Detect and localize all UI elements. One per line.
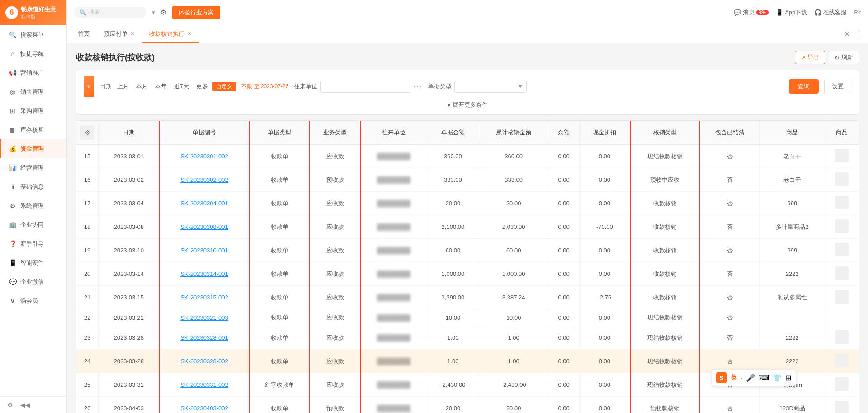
sidebar-item-label: 库存核算	[20, 126, 44, 134]
bill-no-link[interactable]: SK-20230321-003	[180, 314, 228, 321]
date-custom-button[interactable]: 自定义	[212, 82, 236, 91]
tab-prepay[interactable]: 预应付单 ✕	[97, 25, 142, 43]
td-partner: ████████	[360, 309, 427, 326]
td-balance: 0.00	[548, 262, 580, 286]
tab-expand-icon[interactable]: ⛶	[854, 30, 861, 38]
topbar-search[interactable]: 🔍 搜索...	[74, 7, 146, 18]
td-biz-type: 应收款	[310, 215, 361, 239]
td-biz-type: 应收款	[310, 326, 361, 350]
tab-home[interactable]: 首页	[71, 25, 97, 43]
tab-collection-exec[interactable]: 收款核销执行 ✕	[142, 25, 199, 43]
td-date: 2023-03-31	[99, 373, 160, 397]
bill-no-link[interactable]: SK-20230301-002	[180, 153, 228, 160]
td-balance: 0.00	[548, 168, 580, 192]
filter-toggle-button[interactable]: »	[84, 76, 94, 97]
sidebar-item-member[interactable]: V 畅会员	[0, 291, 66, 310]
bill-no-link[interactable]: SK-20230304-001	[180, 200, 228, 207]
solution-button[interactable]: 体验行业方案	[172, 6, 220, 19]
tab-prepay-label: 预应付单	[104, 30, 127, 38]
td-bill-type: 收款单	[249, 326, 310, 350]
messages-button[interactable]: 💬 消息 99+	[734, 9, 769, 17]
td-no: 21	[76, 286, 99, 309]
settings-bottom-icon[interactable]: ⚙	[7, 401, 13, 408]
td-bill-amount: 10.00	[427, 309, 479, 326]
collapse-icon[interactable]: ◀◀	[20, 401, 30, 408]
app-download-button[interactable]: 📱 App下载	[776, 9, 807, 17]
bill-no-link[interactable]: SK-20230314-001	[180, 271, 228, 277]
sidebar-item-purchase[interactable]: ⊞ 采购管理	[0, 101, 66, 120]
page-title-bar: 收款核销执行(按收款) ↗ 导出 ↻ 刷新	[76, 51, 859, 64]
tab-prepay-close-icon[interactable]: ✕	[130, 31, 135, 37]
bill-no-link[interactable]: SK-20230310-001	[180, 247, 228, 254]
th-bill-no: 单据编号	[160, 121, 250, 145]
td-partner: ████████	[360, 286, 427, 309]
date-more[interactable]: 更多	[193, 81, 211, 91]
date-this-year[interactable]: 本年	[152, 81, 170, 91]
online-service-button[interactable]: 🎧 在线客服	[814, 9, 847, 17]
sidebar-item-search[interactable]: 🔍 搜索菜单	[0, 25, 66, 44]
td-product: 测试多属性	[760, 286, 825, 309]
topbar-actions: 💬 消息 99+ 📱 App下载 🎧 在线客服 Rit	[734, 9, 861, 17]
td-bill-amount: 360.00	[427, 145, 479, 168]
sidebar-item-marketing[interactable]: 📢 营销推广	[0, 63, 66, 82]
member-icon: V	[9, 297, 17, 304]
expand-label: 展开更多条件	[453, 101, 488, 109]
td-bill-no: SK-20230321-003	[160, 309, 250, 326]
bill-no-link[interactable]: SK-20230308-001	[180, 223, 228, 230]
bill-type-select[interactable]	[454, 81, 527, 93]
date-last-7days[interactable]: 近7天	[171, 81, 192, 91]
date-this-month[interactable]: 本月	[133, 81, 151, 91]
partner-cell: ████████	[377, 314, 410, 321]
bill-no-link[interactable]: SK-20230315-002	[180, 294, 228, 301]
td-date: 2023-04-03	[99, 397, 160, 413]
table-row: 20 2023-03-14 SK-20230314-001 收款单 应收款 ██…	[76, 262, 859, 286]
export-button[interactable]: ↗ 导出	[795, 51, 825, 64]
sidebar-item-guide[interactable]: ❓ 新手引导	[0, 234, 66, 253]
query-button[interactable]: 查询	[789, 79, 819, 94]
sidebar-item-system[interactable]: ⚙ 系统管理	[0, 196, 66, 215]
tab-close-all-icon[interactable]: ✕	[844, 30, 850, 38]
tab-collection-close-icon[interactable]: ✕	[187, 31, 192, 37]
td-biz-type: 应收款	[310, 286, 361, 309]
sidebar-item-label: 系统管理	[20, 202, 44, 210]
sidebar-item-sales[interactable]: ◎ 销售管理	[0, 82, 66, 101]
sidebar-item-finance[interactable]: 💰 资金管理	[0, 139, 66, 158]
date-last-month[interactable]: 上月	[114, 81, 132, 91]
dropdown-arrow-icon[interactable]: ▾	[152, 9, 155, 16]
td-product	[760, 309, 825, 326]
filter-expand[interactable]: ▾ 展开更多条件	[84, 101, 851, 109]
bill-no-link[interactable]: SK-20230328-001	[180, 334, 228, 341]
td-product-img	[825, 215, 859, 239]
sidebar-item-quick-nav[interactable]: ⌂ 快捷导航	[0, 44, 66, 63]
td-product-img	[825, 168, 859, 192]
td-cash-discount: 0.00	[580, 145, 630, 168]
sidebar-item-enterprise[interactable]: 🏢 企业协同	[0, 215, 66, 234]
sidebar-item-operation[interactable]: 📊 经营管理	[0, 158, 66, 177]
main-content: 🔍 搜索... ▾ ⚙ 体验行业方案 💬 消息 99+ 📱 App下载 🎧 在线…	[67, 0, 868, 413]
filter-partner-item: 往来单位 ···	[294, 81, 423, 93]
th-include-settled: 包含已结清	[700, 121, 760, 145]
bill-no-link[interactable]: SK-20230403-002	[180, 405, 228, 412]
filter-settings-button[interactable]: 设置	[824, 79, 851, 94]
settings-icon[interactable]: ⚙	[160, 8, 167, 17]
th-settings[interactable]: ⚙	[76, 121, 99, 145]
bill-no-link[interactable]: SK-20230331-002	[180, 381, 228, 388]
td-date: 2023-03-15	[99, 286, 160, 309]
column-settings-icon[interactable]: ⚙	[80, 125, 94, 140]
partner-input[interactable]	[320, 81, 410, 93]
td-product: 999	[760, 239, 825, 262]
td-cash-discount: 0.00	[580, 397, 630, 413]
sidebar-item-hardware[interactable]: 📱 智能硬件	[0, 253, 66, 272]
sidebar-item-wechat[interactable]: 💬 企业微信	[0, 272, 66, 291]
sidebar-item-basic[interactable]: ℹ 基础信息	[0, 177, 66, 196]
td-bill-no: SK-20230301-002	[160, 145, 250, 168]
bill-no-link[interactable]: SK-20230302-002	[180, 176, 228, 183]
system-icon: ⚙	[9, 202, 17, 209]
td-biz-type: 应收款	[310, 262, 361, 286]
refresh-button[interactable]: ↻ 刷新	[829, 51, 859, 64]
td-verify-type: 现结收款核销	[630, 373, 700, 397]
td-verify-type: 收款核销	[630, 286, 700, 309]
bill-no-link[interactable]: SK-20230328-002	[180, 358, 228, 365]
sidebar-item-inventory[interactable]: ▦ 库存核算	[0, 120, 66, 139]
td-date: 2023-03-10	[99, 239, 160, 262]
